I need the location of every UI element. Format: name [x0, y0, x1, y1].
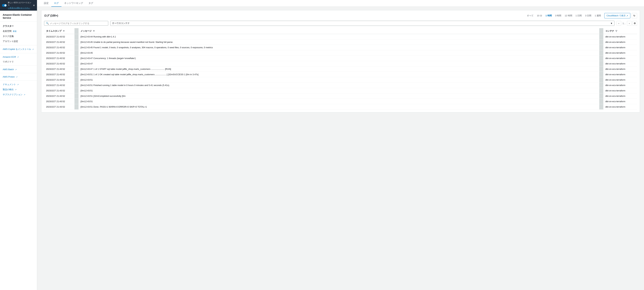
content-area: ログ (100+) すべて 10 分 1 時間 3 時間 12 時間 1 日間 …	[37, 7, 644, 290]
prev-page-button[interactable]: ‹	[616, 21, 621, 26]
tab-tags[interactable]: タグ	[86, 0, 96, 7]
external-link-icon-cw: ↗	[626, 14, 628, 17]
time-filter-12hr[interactable]: 12 時間	[563, 13, 574, 18]
sidebar-item-cluster[interactable]: クラスター	[0, 24, 37, 29]
col-header-message: メッセージ ▼	[78, 28, 599, 34]
sidebar-item-product-search[interactable]: 製品の検出 ↗	[0, 87, 37, 92]
cell-timestamp: 2023/2/27 21:43:52	[44, 77, 74, 83]
cell-timestamp: 2023/2/27 21:43:52	[44, 99, 74, 104]
refresh-button[interactable]: ↻	[632, 13, 637, 18]
tab-settings[interactable]: 設定	[41, 0, 51, 7]
col-sep-row2-11	[599, 93, 603, 99]
new-badge: 新規	[13, 30, 16, 32]
container-select-value: すべてのコンテナ	[112, 22, 130, 25]
brand-title: Amazon Elastic Container Service	[3, 13, 34, 19]
cell-container: dbt-on-ecs-terraform	[603, 72, 637, 77]
search-input[interactable]	[50, 22, 106, 25]
tab-logs[interactable]: ログ	[51, 0, 62, 7]
time-filter-10min[interactable]: 10 分	[536, 13, 544, 18]
banner-toggle-group: 新しい ECS エクスペリエンス ご意見をお聞かせください	[2, 1, 33, 9]
cell-timestamp: 2023/2/27 21:43:52	[44, 83, 74, 88]
cell-timestamp: 2023/2/27 21:43:52	[44, 88, 74, 93]
cell-container: dbt-on-ecs-terraform	[603, 61, 637, 66]
feedback-link[interactable]: ご意見をお聞かせください	[8, 7, 33, 9]
col-sep-row2-0	[599, 34, 603, 39]
next-page-button[interactable]: ›	[627, 21, 632, 26]
cell-message: [0m12:43:45 Found 1 model, 0 tests, 0 sn…	[78, 45, 599, 50]
sort-icon-container: ▽	[616, 30, 617, 32]
banner-text: 新しい ECS エクスペリエンス	[8, 1, 33, 6]
col-sep-row-6	[74, 66, 78, 72]
cell-container: dbt-on-ecs-terraform	[603, 66, 637, 72]
col-sep-row-12	[74, 99, 78, 104]
external-link-icon-docs: ↗	[17, 84, 18, 86]
cloudwatch-button[interactable]: CloudWatch で表示 ↗	[604, 13, 630, 18]
time-filter-all[interactable]: すべて	[526, 13, 535, 18]
tabs-bar: 設定 ログ ネットワーキング タグ	[37, 0, 644, 7]
new-experience-banner: 新しい ECS エクスペリエンス ご意見をお聞かせください ✕	[0, 0, 37, 11]
search-box: 🔍	[44, 21, 108, 26]
external-link-icon-product: ↗	[15, 89, 16, 91]
cell-message: [0m12:43:47 Concurrency: 1 threads (targ…	[78, 56, 599, 61]
cell-timestamp: 2023/2/27 21:43:52	[44, 56, 74, 61]
sidebar-item-batch[interactable]: AWS Batch ↗	[0, 67, 37, 72]
external-link-icon-ecr: ↗	[17, 56, 18, 58]
table-row: 2023/2/27 21:43:52 [0m12:43:47 dbt-on-ec…	[44, 61, 637, 66]
time-filter-1week[interactable]: 1 週間	[593, 13, 602, 18]
pagination: ‹ 1... › ⚙	[616, 21, 637, 26]
cell-container: dbt-on-ecs-terraform	[603, 56, 637, 61]
sidebar-item-namespace[interactable]: 名前空間 新規	[0, 29, 37, 34]
cell-timestamp: 2023/2/27 21:43:52	[44, 61, 74, 66]
sidebar-item-taskdef[interactable]: タスク定義	[0, 34, 37, 39]
sidebar-item-copilot[interactable]: AWS Copilot をインストール ↗	[0, 47, 37, 52]
sidebar-nav: クラスター 名前空間 新規 タスク定義 アカウント設定 AWS Copilot …	[0, 21, 37, 99]
column-settings-button[interactable]: ⚙	[632, 21, 637, 26]
sidebar-item-docs[interactable]: ドキュメント ↗	[0, 82, 37, 87]
close-banner-button[interactable]: ✕	[33, 4, 35, 7]
col-sep-row2-12	[599, 99, 603, 104]
table-row: 2023/2/27 21:43:52 [0m12:43:51 Finished …	[44, 83, 637, 88]
sidebar-divider-1	[0, 45, 37, 45]
toggle-switch[interactable]	[2, 4, 7, 7]
time-filter-1day[interactable]: 1 日間	[574, 13, 583, 18]
table-row: 2023/2/27 21:43:52 [0m12:43:51 1 of 1 OK…	[44, 72, 637, 77]
sidebar-item-account-settings[interactable]: アカウント設定	[0, 39, 37, 44]
cell-message: [0m12:43:44 Running with dbt=1.4.1	[78, 34, 599, 39]
col-sep-row-9	[74, 83, 78, 88]
col-sep-row-8	[74, 77, 78, 83]
col-header-container: コンテナ ▽	[603, 28, 637, 34]
col-sep-row2-10	[599, 88, 603, 93]
cell-message: [0m12:43:47 1 of 1 START sql table model…	[78, 66, 599, 72]
time-filters: すべて 10 分 1 時間 3 時間 12 時間 1 日間 3 日間 1 週間 …	[526, 13, 637, 18]
tab-networking[interactable]: ネットワーキング	[62, 0, 86, 7]
time-filter-3hr[interactable]: 3 時間	[554, 13, 563, 18]
col-sep-row2-4	[599, 56, 603, 61]
sidebar-item-subscription[interactable]: サブスクリプション ↗	[0, 92, 37, 97]
cell-timestamp: 2023/2/27 21:43:52	[44, 66, 74, 72]
cell-container: dbt-on-ecs-terraform	[603, 88, 637, 93]
sidebar-item-proton[interactable]: AWS Proton ↗	[0, 75, 37, 79]
table-row: 2023/2/27 21:43:52 [0m12:43:45 Unable to…	[44, 39, 637, 45]
cell-message: [0m12:43:51 Done. PASS=1 WARN=0 ERROR=0 …	[78, 104, 599, 110]
cell-container: dbt-on-ecs-terraform	[603, 77, 637, 83]
external-link-icon: ↗	[32, 48, 34, 50]
sidebar-item-ecr[interactable]: Amazon ECR ↗	[0, 55, 37, 59]
sidebar-item-repository[interactable]: リポジトリ	[0, 59, 37, 64]
cell-message: [0m12:43:51	[78, 88, 599, 93]
container-select[interactable]: すべてのコンテナ ▼	[110, 21, 614, 26]
sort-icon-timestamp: ▼	[63, 30, 65, 32]
col-sep-row2-3	[599, 50, 603, 56]
table-row: 2023/2/27 21:43:52 [0m12:43:51 Done. PAS…	[44, 104, 637, 110]
col-sep-row2-6	[599, 66, 603, 72]
cell-timestamp: 2023/2/27 21:43:52	[44, 93, 74, 99]
cell-container: dbt-on-ecs-terraform	[603, 93, 637, 99]
brand: Amazon Elastic Container Service	[0, 11, 37, 21]
cell-timestamp: 2023/2/27 21:43:52	[44, 104, 74, 110]
cell-container: dbt-on-ecs-terraform	[603, 34, 637, 39]
log-title: ログ (100+)	[44, 14, 58, 17]
table-row: 2023/2/27 21:43:52 [0m12:43:44 Running w…	[44, 34, 637, 39]
time-filter-3day[interactable]: 3 日間	[584, 13, 593, 18]
sort-icon-message: ▼	[93, 30, 95, 32]
time-filter-1hr[interactable]: 1 時間	[544, 13, 553, 18]
cell-message: [0m12:43:47	[78, 61, 599, 66]
